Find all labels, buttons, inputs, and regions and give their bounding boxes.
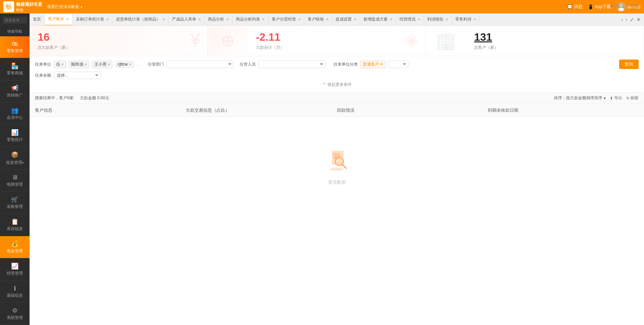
- ecommerce-icon: 🖥: [1, 174, 28, 181]
- top-bar: 畅 畅捷通好生意 标版 母婴行业演示帐套 ▾ 💬 消息 📱 App下载: [0, 0, 644, 13]
- stat-card-total-customers: 131 总客户（家）: [466, 26, 644, 56]
- sidebar-item-operations[interactable]: 📈 经营管理: [0, 258, 30, 281]
- tab-product-analysis-list[interactable]: 商品分析列表 ✕: [232, 13, 268, 26]
- tab-home[interactable]: 首页: [30, 13, 45, 26]
- account-selector-area: 母婴行业演示帐套 ▾: [47, 4, 82, 10]
- filter-tag-cjttcw-remove[interactable]: ✕: [129, 63, 131, 66]
- query-button[interactable]: 查询: [619, 60, 639, 69]
- batch-arrow: ▾: [22, 161, 24, 165]
- filter-tag-wu: 伍 ✕: [54, 61, 66, 68]
- tab-produce-inbound-close[interactable]: ✕: [198, 17, 201, 21]
- sidebar-item-ecommerce[interactable]: 🖥 电商管理: [0, 170, 30, 192]
- table-col-customer: 客户信息: [35, 107, 186, 113]
- tab-inbound-stat[interactable]: 进货单统计表（按商品） ✕: [113, 13, 169, 26]
- message-label: 消息: [574, 4, 583, 10]
- tab-customer-contact[interactable]: 客户联络 ✕: [304, 13, 332, 26]
- sidebar-item-retail-mall[interactable]: 🏪 零售商城: [0, 58, 30, 80]
- stat-card2-bg: ◈: [404, 29, 419, 50]
- account-selector-arrow[interactable]: ▾: [81, 5, 82, 9]
- tab-new-boost-close[interactable]: ✕: [390, 17, 392, 21]
- sidebar-item-purchase[interactable]: 🛒 采购管理: [0, 192, 30, 214]
- sidebar-item-quick-nav[interactable]: 快捷导航: [0, 27, 30, 36]
- tab-profit-report-close[interactable]: ✕: [445, 17, 448, 21]
- tab-purchase-order-close[interactable]: ✕: [106, 17, 109, 21]
- tab-customer-contact-label: 客户联络: [308, 16, 324, 22]
- tab-close-all[interactable]: ✕: [636, 16, 641, 23]
- export-label: 导出: [614, 95, 622, 101]
- tab-business-status[interactable]: 经营情况 ✕: [396, 13, 424, 26]
- tab-profit-report-label: 利润报告: [427, 16, 443, 22]
- stats-row: ¥ 16 总欠款客户（家） ⊕ ◈ -2.11 欠款合计（万）: [30, 26, 644, 56]
- inventory-label: 库存核算: [1, 226, 28, 232]
- filter-tag-chen-remove[interactable]: ✕: [84, 63, 87, 66]
- sidebar-item-retail-stat[interactable]: 📊 零售统计: [0, 125, 30, 147]
- sidebar-search-input[interactable]: [3, 17, 27, 24]
- filter-tag-wang-remove[interactable]: ✕: [108, 63, 110, 66]
- tab-inbound-stat-close[interactable]: ✕: [162, 17, 165, 21]
- person-filter-select[interactable]: [258, 61, 326, 68]
- filter-more-units[interactable]: ...: [136, 62, 140, 67]
- results-summary: 搜索结果中，客户0家: [35, 96, 74, 100]
- tab-customer-tier[interactable]: 客户分层经营 ✕: [268, 13, 304, 26]
- tab-boost-settings-close[interactable]: ✕: [354, 17, 356, 21]
- sidebar-item-finance[interactable]: 💰 资金管理: [0, 236, 30, 258]
- empty-state: 暂无数据: [30, 117, 644, 212]
- stat-total-debtors-number: 16: [38, 31, 199, 43]
- tab-retail-profit[interactable]: 零售利润 ✕: [452, 13, 480, 26]
- tab-purchase-order[interactable]: 采购订单统计表 ✕: [73, 13, 113, 26]
- tab-customer-balance-close[interactable]: ✕: [66, 17, 69, 21]
- message-btn[interactable]: 💬 消息: [567, 4, 583, 10]
- refresh-btn[interactable]: ↻ 刷新: [626, 95, 639, 101]
- tab-product-analysis-close[interactable]: ✕: [226, 17, 229, 21]
- retail-stat-icon: 📊: [1, 129, 28, 136]
- person-filter-more[interactable]: ···: [320, 62, 325, 67]
- classification-filter-select[interactable]: [388, 61, 409, 68]
- marketing-icon: 📢: [1, 84, 28, 92]
- tab-customer-contact-close[interactable]: ✕: [326, 17, 329, 21]
- dept-filter-clear[interactable]: ···: [227, 61, 231, 67]
- tab-scroll-right[interactable]: ›: [625, 16, 628, 23]
- sidebar-item-batch[interactable]: 📦 批发管理 ▾: [0, 147, 30, 170]
- table-header: 客户信息 欠款交易信息（占比） 回款情况 到期未收款日期: [30, 104, 644, 117]
- tab-retail-profit-close[interactable]: ✕: [473, 17, 476, 21]
- tab-product-analysis[interactable]: 商品分析 ✕: [205, 13, 232, 26]
- filter-tag-customer-type-remove[interactable]: ✕: [380, 62, 383, 67]
- tab-new-boost[interactable]: 新增提成方案 ✕: [360, 13, 396, 26]
- sidebar-item-sys[interactable]: ⚙ 系统管理: [0, 303, 30, 325]
- filter-row-2: 往来余额 选择...: [35, 72, 639, 79]
- tab-profit-report[interactable]: 利润报告 ✕: [424, 13, 452, 26]
- sidebar-item-retail[interactable]: 🛍 零售管理: [0, 36, 30, 58]
- logo-title: 畅捷通好生意: [16, 1, 42, 7]
- account-selector-label[interactable]: 母婴行业演示帐套: [47, 4, 79, 10]
- tab-maximize[interactable]: ⤢: [629, 16, 635, 23]
- empty-icon: [322, 144, 352, 175]
- export-btn[interactable]: ⬆ 导出: [610, 95, 622, 101]
- tab-produce-inbound[interactable]: 产成品入库单 ✕: [169, 13, 205, 26]
- operations-icon: 📈: [1, 262, 28, 270]
- tab-produce-inbound-label: 产成品入库单: [172, 16, 196, 22]
- sidebar-item-member[interactable]: 👥 会员中心: [0, 103, 30, 125]
- sidebar-item-inventory[interactable]: 📋 库存核算: [0, 214, 30, 236]
- app-download-btn[interactable]: 📱 App下载: [588, 4, 611, 10]
- sort-selector[interactable]: 排序：按欠款金额倒序排序 ▾: [554, 95, 606, 101]
- balance-filter-select[interactable]: 选择...: [54, 72, 101, 79]
- tab-boost-settings[interactable]: 提成设置 ✕: [332, 13, 360, 26]
- tab-scroll-left[interactable]: ‹: [621, 16, 624, 23]
- tab-business-status-close[interactable]: ✕: [418, 17, 420, 21]
- filter-tag-wang: 王小亮 ✕: [92, 61, 113, 68]
- collapse-btn[interactable]: 收起更多条件: [322, 82, 352, 87]
- tab-product-analysis-label: 商品分析: [208, 16, 224, 22]
- tab-product-analysis-list-close[interactable]: ✕: [262, 17, 265, 21]
- filter-tag-wu-remove[interactable]: ✕: [61, 63, 64, 66]
- tab-customer-balance[interactable]: 客户账本 ✕: [45, 13, 73, 26]
- content-area: 首页 客户账本 ✕ 采购订单统计表 ✕ 进货单统计表（按商品） ✕ 产成品入库单…: [30, 13, 644, 325]
- stat-icon2: 🏢: [435, 31, 456, 50]
- sidebar-item-marketing[interactable]: 📢 营销推广: [0, 80, 30, 103]
- retail-mall-icon: 🏪: [1, 62, 28, 70]
- sidebar-item-basic[interactable]: ℹ 基础信息: [0, 281, 30, 303]
- sys-icon: ⚙: [1, 307, 28, 314]
- filter-tag-chen: 陈民强 ✕: [69, 61, 89, 68]
- dept-filter-select[interactable]: [167, 61, 234, 68]
- tab-customer-tier-close[interactable]: ✕: [298, 17, 301, 21]
- svg-rect-5: [333, 153, 339, 154]
